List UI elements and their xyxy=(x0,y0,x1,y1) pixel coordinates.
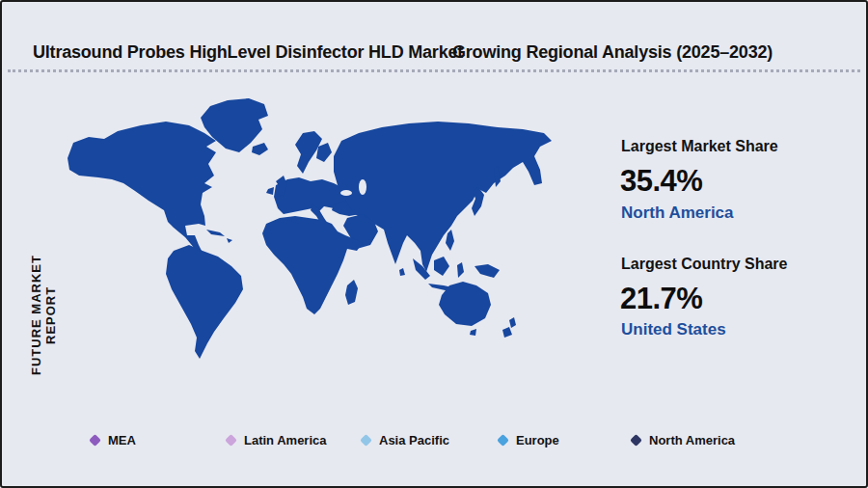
dotted-divider xyxy=(8,69,860,72)
watermark-vertical-text: FUTURE MARKET REPORT xyxy=(29,228,52,403)
page-title: Ultrasound Probes HighLevel Disinfector … xyxy=(33,42,463,63)
legend-label-latin-america: Latin America xyxy=(244,433,327,447)
legend-label-north-america: North America xyxy=(649,433,735,447)
legend-label-europe: Europe xyxy=(516,433,559,447)
legend-dot-latin-america xyxy=(225,434,237,447)
infographic-frame: Ultrasound Probes HighLevel Disinfector … xyxy=(0,0,868,488)
stat-value-largest-market-share: 35.4% xyxy=(620,164,702,199)
legend-dot-mea xyxy=(89,434,101,447)
header: Ultrasound Probes HighLevel Disinfector … xyxy=(2,2,866,69)
legend-item-mea: MEA xyxy=(91,433,136,447)
legend-label-mea: MEA xyxy=(108,433,136,447)
caspian-sea-cutout xyxy=(359,179,366,195)
legend-item-asia-pacific: Asia Pacific xyxy=(362,433,449,447)
world-map-landmass xyxy=(68,98,552,359)
world-map-svg xyxy=(60,89,600,407)
legend-item-europe: Europe xyxy=(499,433,559,447)
legend-dot-europe xyxy=(497,434,509,447)
stat-label-largest-country-share: Largest Country Share xyxy=(621,256,787,273)
stat-value-largest-country-share: 21.7% xyxy=(620,282,702,316)
page-title-overlay: Growing Regional Analysis (2025–2032) xyxy=(452,42,773,63)
legend-item-latin-america: Latin America xyxy=(227,433,327,447)
stat-region-largest-market-share: North America xyxy=(621,203,734,223)
stat-region-largest-country-share: United States xyxy=(621,320,726,339)
stat-label-largest-market-share: Largest Market Share xyxy=(621,138,778,155)
legend-label-asia-pacific: Asia Pacific xyxy=(379,433,449,447)
legend-dot-asia-pacific xyxy=(360,434,372,447)
world-map xyxy=(60,89,600,407)
legend-item-north-america: North America xyxy=(632,433,735,447)
legend-dot-north-america xyxy=(630,434,642,447)
black-sea-cutout xyxy=(340,190,352,196)
